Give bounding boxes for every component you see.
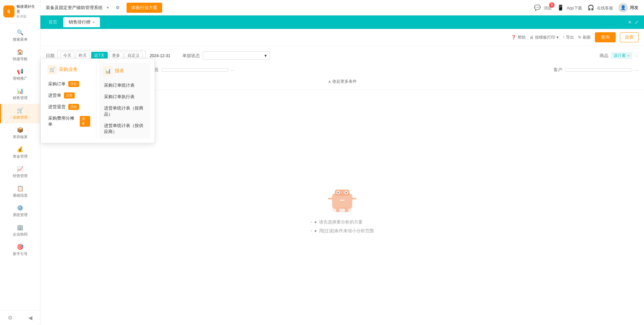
- menu-overlay[interactable]: [0, 0, 644, 325]
- report-menu-section: 📊 报表 采购订单统计表 采购订单执行表 进货单统计表（按商品） 进货单统计表（…: [99, 63, 151, 139]
- menu-item-inbound-stats-goods[interactable]: 进货单统计表（按商品）: [101, 103, 149, 120]
- purchase-order-badge: 历史: [68, 81, 79, 87]
- menu-item-inbound[interactable]: 进货单 历史: [45, 90, 94, 101]
- menu-item-return[interactable]: 进货退货 历史: [45, 101, 94, 113]
- menu-item-purchase-order-exec[interactable]: 采购订单执行表: [101, 91, 149, 103]
- menu-item-purchase-order[interactable]: 采购订单 历史: [45, 78, 94, 90]
- menu-section-divider: [96, 63, 97, 139]
- expense-badge: 历史: [80, 116, 90, 127]
- purchase-section-title: 采购业务: [59, 67, 78, 73]
- purchase-order-exec-label: 采购订单执行表: [104, 94, 135, 100]
- inbound-badge: 历史: [64, 92, 75, 98]
- return-label: 进货退货: [48, 104, 66, 110]
- menu-item-purchase-order-stats[interactable]: 采购订单统计表: [101, 80, 149, 91]
- return-badge: 历史: [68, 104, 79, 110]
- inbound-stats-supplier-label: 进货单统计表（按供应商）: [104, 123, 146, 135]
- purchase-menu-section: 🛒 采购业务 采购订单 历史 进货单 历史 进货退货 历史 采购费用分摊单 历史: [45, 63, 94, 139]
- purchase-dropdown-menu: 🛒 采购业务 采购订单 历史 进货单 历史 进货退货 历史 采购费用分摊单 历史…: [40, 58, 155, 143]
- report-section-header: 📊 报表: [101, 64, 149, 78]
- purchase-order-label: 采购订单: [48, 81, 66, 87]
- expense-label: 采购费用分摊单: [48, 115, 77, 127]
- menu-item-expense[interactable]: 采购费用分摊单 历史: [45, 113, 94, 130]
- report-section-title: 报表: [115, 68, 124, 74]
- purchase-section-header: 🛒 采购业务: [45, 63, 94, 76]
- menu-item-inbound-stats-supplier[interactable]: 进货单统计表（按供应商）: [101, 120, 149, 137]
- report-section-icon: 📊: [103, 66, 113, 76]
- purchase-section-icon: 🛒: [47, 65, 57, 74]
- purchase-order-stats-label: 采购订单统计表: [104, 82, 135, 88]
- inbound-label: 进货单: [48, 92, 61, 98]
- inbound-stats-goods-label: 进货单统计表（按商品）: [104, 105, 146, 117]
